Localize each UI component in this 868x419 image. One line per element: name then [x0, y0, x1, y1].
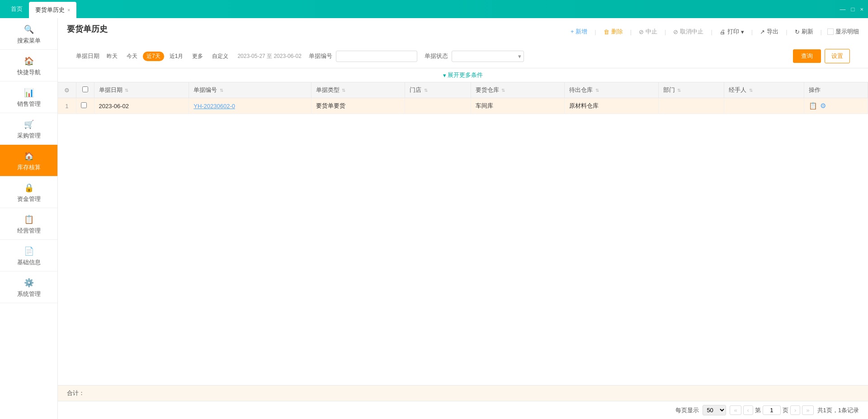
status-select[interactable]: [452, 51, 524, 62]
per-page-select[interactable]: 10 20 50 100: [703, 405, 726, 415]
sort-order-type-icon[interactable]: ⇅: [342, 88, 345, 93]
query-button[interactable]: 查询: [793, 49, 821, 63]
content-area: 要货单历史 + 新增 | 🗑 删除 | ⊘ 中止 | ⊘: [58, 18, 868, 419]
tab-home-label: 首页: [11, 5, 23, 13]
sort-dept-icon[interactable]: ⇅: [677, 88, 681, 93]
delete-button[interactable]: 🗑 删除: [602, 28, 625, 36]
chart-icon: 📊: [24, 88, 34, 98]
status-select-wrapper: ▾: [452, 51, 524, 62]
row-view-icon[interactable]: 📋: [809, 102, 817, 110]
expand-conditions-button[interactable]: ▾ 展开更多条件: [443, 71, 483, 79]
refresh-button[interactable]: ↻ 刷新: [793, 28, 815, 36]
sidebar-label-finance-mgmt: 资金管理: [17, 195, 41, 203]
page-header: 要货单历史 + 新增 | 🗑 删除 | ⊘ 中止 | ⊘: [58, 18, 868, 68]
sidebar-item-system-mgmt[interactable]: ⚙️ 系统管理: [0, 271, 57, 303]
row-pending-warehouse: 原材料仓库: [565, 98, 659, 114]
row-order-type: 要货单要货: [311, 98, 405, 114]
page-number-input[interactable]: [763, 405, 781, 415]
settings-button[interactable]: 设置: [825, 49, 850, 63]
filter-row: 单据日期 昨天 今天 近7天 近1月 更多 自定义 2023-05-27 至 2…: [67, 44, 859, 68]
close-icon[interactable]: ×: [860, 6, 863, 13]
gear-icon: ⚙️: [24, 278, 34, 288]
row-store: [405, 98, 471, 114]
sidebar-item-purchase-mgmt[interactable]: 🛒 采购管理: [0, 113, 57, 145]
table-area: ⚙ 单据日期 ⇅ 单据编号 ⇅: [58, 82, 868, 385]
date-btn-more[interactable]: 更多: [189, 52, 207, 61]
prev-page-button[interactable]: ‹: [743, 405, 753, 415]
last-page-button[interactable]: »: [802, 405, 813, 415]
date-range-display: 2023-05-27 至 2023-06-02: [237, 52, 301, 60]
row-more-icon[interactable]: ⚙: [820, 102, 826, 110]
export-button[interactable]: ↗ 导出: [758, 28, 780, 36]
date-filter-group: 单据日期 昨天 今天 近7天 近1月 更多 自定义 2023-05-27 至 2…: [76, 52, 302, 61]
minimize-icon[interactable]: —: [840, 6, 846, 13]
sidebar-label-sales-mgmt: 销售管理: [17, 100, 41, 108]
sidebar-item-quick-nav[interactable]: 🏠 快捷导航: [0, 50, 57, 81]
sidebar-item-sales-mgmt[interactable]: 📊 销售管理: [0, 81, 57, 113]
tab-order-history-label: 要货单历史: [35, 6, 65, 14]
date-btn-7days[interactable]: 近7天: [143, 52, 164, 61]
sidebar-label-quick-nav: 快捷导航: [17, 68, 41, 76]
table-settings-icon[interactable]: ⚙: [64, 87, 70, 94]
maximize-icon[interactable]: □: [851, 6, 855, 13]
status-filter-group: 单据状态 ▾: [425, 51, 524, 62]
row-checkbox[interactable]: [81, 102, 87, 108]
sidebar-item-finance-mgmt[interactable]: 🔒 资金管理: [0, 176, 57, 208]
sidebar-label-purchase-mgmt: 采购管理: [17, 132, 41, 140]
table-header-row: ⚙ 单据日期 ⇅ 单据编号 ⇅: [58, 82, 868, 98]
print-dropdown-icon: ▾: [741, 29, 744, 35]
date-btn-custom[interactable]: 自定义: [208, 52, 232, 61]
order-no-link[interactable]: YH-20230602-0: [193, 103, 235, 110]
sidebar-item-inventory-calc[interactable]: 🏠 库存核算: [0, 145, 57, 176]
select-all-checkbox[interactable]: [82, 86, 88, 92]
search-icon: 🔍: [24, 24, 34, 34]
row-seq: 1: [58, 98, 76, 114]
row-actions: 📋 ⚙: [804, 98, 868, 114]
display-checkbox[interactable]: [827, 29, 834, 35]
page-suffix: 页: [783, 406, 788, 414]
new-button[interactable]: + 新增: [569, 28, 589, 36]
sidebar: 🔍 搜索菜单 🏠 快捷导航 📊 销售管理 🛒 采购管理 🏠 库存核算 🔒 资金管…: [0, 18, 58, 419]
sort-req-warehouse-icon[interactable]: ⇅: [501, 88, 505, 93]
th-settings: ⚙: [58, 82, 76, 98]
table-row: 1 2023-06-02 YH-20230602-0 要货单要货 车间库 原材料…: [58, 98, 868, 114]
sort-order-no-icon[interactable]: ⇅: [220, 88, 223, 93]
cancel-stop-button[interactable]: ⊘ 取消中止: [671, 28, 705, 36]
sort-date-icon[interactable]: ⇅: [125, 88, 128, 93]
tab-home[interactable]: 首页: [5, 0, 29, 18]
page-label: 第: [755, 406, 761, 414]
stop-button[interactable]: ⊘ 中止: [637, 28, 659, 36]
th-order-no: 单据编号 ⇅: [189, 82, 311, 98]
next-page-button[interactable]: ›: [790, 405, 800, 415]
date-btn-1month[interactable]: 近1月: [166, 52, 187, 61]
first-page-button[interactable]: «: [730, 405, 741, 415]
sort-pending-warehouse-icon[interactable]: ⇅: [595, 88, 599, 93]
date-buttons: 昨天 今天 近7天 近1月 更多 自定义: [103, 52, 232, 61]
sidebar-item-basic-info[interactable]: 📄 基础信息: [0, 240, 57, 271]
date-filter-label: 单据日期: [76, 52, 99, 60]
display-detail-toggle[interactable]: 显示明细: [827, 28, 859, 36]
date-btn-today[interactable]: 今天: [123, 52, 141, 61]
order-no-input[interactable]: [336, 51, 417, 62]
sidebar-label-system-mgmt: 系统管理: [17, 290, 41, 298]
th-order-type: 单据类型 ⇅: [311, 82, 405, 98]
top-bar: 首页 要货单历史 × — □ ×: [0, 0, 868, 18]
order-no-label: 单据编号: [309, 52, 332, 60]
date-btn-yesterday[interactable]: 昨天: [103, 52, 121, 61]
cart-icon: 🛒: [24, 119, 34, 129]
stop-icon: ⊘: [639, 29, 644, 35]
sort-handler-icon[interactable]: ⇅: [749, 88, 753, 93]
total-info: 共1页，1条记录: [817, 406, 859, 414]
sort-store-icon[interactable]: ⇅: [424, 88, 428, 93]
tab-close-icon[interactable]: ×: [67, 7, 70, 13]
sidebar-item-operation-mgmt[interactable]: 📋 经营管理: [0, 208, 57, 240]
sidebar-item-search-menu[interactable]: 🔍 搜索菜单: [0, 18, 57, 50]
th-handler: 经手人 ⇅: [724, 82, 804, 98]
print-button[interactable]: 🖨 打印 ▾: [718, 28, 746, 36]
orders-table: ⚙ 单据日期 ⇅ 单据编号 ⇅: [58, 82, 868, 114]
row-handler: [724, 98, 804, 114]
refresh-icon: ↻: [795, 29, 800, 35]
th-store: 门店 ⇅: [405, 82, 471, 98]
row-dept: [658, 98, 724, 114]
tab-order-history[interactable]: 要货单历史 ×: [29, 2, 76, 18]
